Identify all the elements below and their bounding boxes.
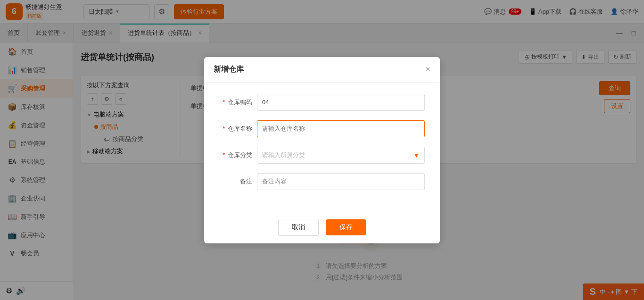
warehouse-note-input[interactable]	[257, 173, 425, 190]
warehouse-code-field: * 仓库编码	[219, 94, 425, 111]
warehouse-name-input[interactable]	[257, 120, 425, 137]
modal-overlay: 新增仓库 × * 仓库编码 * 仓库名称	[0, 0, 644, 300]
category-label: * 仓库分类	[219, 151, 257, 159]
warehouse-category-field: * 仓库分类 请输入所属分类 ▼	[219, 147, 425, 164]
category-dropdown-arrow: ▼	[413, 151, 420, 159]
warehouse-category-select[interactable]: 请输入所属分类 ▼	[257, 147, 425, 164]
note-label: 备注	[219, 177, 257, 186]
code-label: * 仓库编码	[219, 98, 257, 107]
modal-header: 新增仓库 ×	[204, 57, 440, 83]
warehouse-note-field: 备注	[219, 173, 425, 190]
modal-footer: 取消 保存	[204, 211, 440, 243]
cancel-button[interactable]: 取消	[278, 219, 319, 236]
code-required: *	[223, 99, 225, 106]
modal-title: 新增仓库	[214, 65, 244, 75]
warehouse-name-field: * 仓库名称	[219, 120, 425, 137]
name-label: * 仓库名称	[219, 125, 257, 133]
modal-close-button[interactable]: ×	[425, 65, 430, 75]
new-warehouse-modal: 新增仓库 × * 仓库编码 * 仓库名称	[204, 57, 440, 243]
warehouse-code-input[interactable]	[257, 94, 425, 111]
category-placeholder: 请输入所属分类	[262, 151, 305, 159]
save-button[interactable]: 保存	[326, 219, 366, 235]
modal-body: * 仓库编码 * 仓库名称 * 仓库分类 请输入所属	[204, 83, 440, 211]
category-required: *	[223, 151, 225, 158]
name-required: *	[223, 125, 225, 132]
